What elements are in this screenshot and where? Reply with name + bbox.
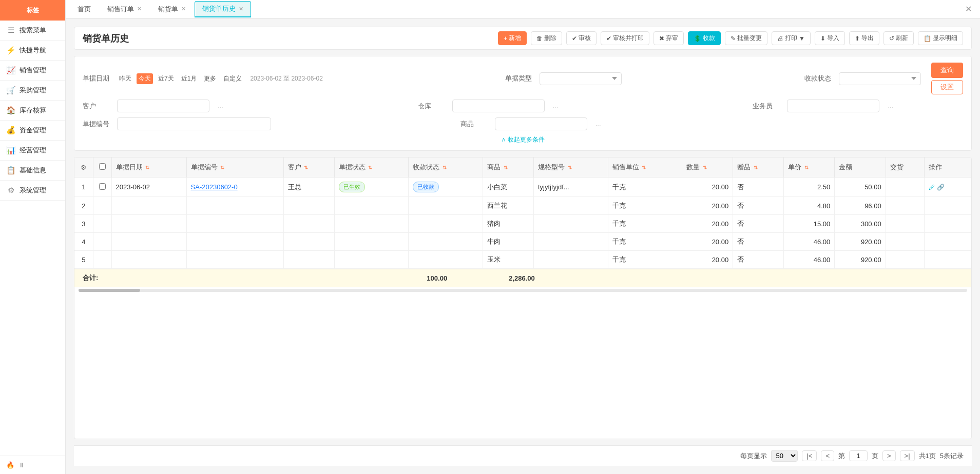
col-doc-no: 单据编号 ⇅ xyxy=(186,157,283,177)
col-spec-type-sort[interactable]: ⇅ xyxy=(568,165,572,170)
cell-unit-price: 46.00 xyxy=(784,251,835,269)
collect-button[interactable]: 💲 收款 xyxy=(688,31,721,45)
delete-button[interactable]: 🗑 删除 xyxy=(531,31,562,45)
product-label: 商品 xyxy=(460,120,489,129)
main-area: 首页 销售订单 ✕ 销货单 ✕ 销货单历史 ✕ ✕ 销货单历史 + 新增 xyxy=(66,0,980,474)
cell-doc-no[interactable]: SA-20230602-0 xyxy=(186,177,283,197)
col-doc-status-sort[interactable]: ⇅ xyxy=(368,165,372,170)
tab-sales-order-close[interactable]: ✕ xyxy=(137,6,142,12)
sidebar-item-purchase-mgmt[interactable]: 🛒 采购管理 xyxy=(0,81,65,101)
cell-amount: 920.00 xyxy=(835,251,886,269)
date-shortcuts: 昨天 今天 近7天 近1月 更多 自定义 2023-06-02 至 2023-0… xyxy=(117,73,323,84)
warehouse-input[interactable] xyxy=(452,100,545,112)
tab-sales-delivery-history-close[interactable]: ✕ xyxy=(239,6,243,12)
doc-no-link[interactable]: SA-20230602-0 xyxy=(191,183,238,191)
collapse-row[interactable]: ∧ 收起更多条件 xyxy=(83,135,963,144)
cell-sales-unit: 千克 xyxy=(608,215,682,233)
sidebar-item-search-menu[interactable]: ☰ 搜索菜单 xyxy=(0,21,65,41)
customer-input[interactable] xyxy=(117,100,209,112)
col-sales-unit-sort[interactable]: ⇅ xyxy=(642,165,646,170)
sidebar-item-quick-nav[interactable]: ⚡ 快捷导航 xyxy=(0,41,65,61)
tab-sales-order[interactable]: 销售订单 ✕ xyxy=(100,1,149,17)
operation-button[interactable]: 🖊 xyxy=(929,184,935,191)
col-date-sort[interactable]: ⇅ xyxy=(145,165,149,170)
show-detail-button[interactable]: 📋 显示明细 xyxy=(918,31,963,45)
audit-print-button[interactable]: ✔ 审核并打印 xyxy=(601,31,649,45)
first-page-button[interactable]: |< xyxy=(802,450,817,461)
last-page-button[interactable]: >| xyxy=(900,450,915,461)
col-checkbox[interactable] xyxy=(93,157,111,177)
page-size-select[interactable]: 20 50 100 200 xyxy=(771,450,798,462)
customer-dots[interactable]: ... xyxy=(216,101,225,111)
salesman-dots[interactable]: ... xyxy=(886,101,895,111)
tab-sales-delivery-close[interactable]: ✕ xyxy=(181,6,186,12)
add-button[interactable]: + 新增 xyxy=(498,31,527,45)
col-unit-price-sort[interactable]: ⇅ xyxy=(804,165,809,170)
sidebar-item-sales-mgmt[interactable]: 📈 销售管理 xyxy=(0,61,65,81)
tab-sales-delivery[interactable]: 销货单 ✕ xyxy=(150,1,194,17)
sidebar-item-basic-info[interactable]: 📋 基础信息 xyxy=(0,161,65,181)
scrollbar-thumb[interactable] xyxy=(79,289,140,292)
sidebar-bottom-icon1[interactable]: 🔥 xyxy=(6,461,14,469)
col-gift-sort[interactable]: ⇅ xyxy=(754,165,758,170)
batch-change-button[interactable]: ✎ 批量变更 xyxy=(725,31,767,45)
col-customer-sort[interactable]: ⇅ xyxy=(304,165,308,170)
abandon-button[interactable]: ✖ 弃审 xyxy=(654,31,684,45)
doc-no-input[interactable] xyxy=(117,117,271,130)
cell-sales-unit: 千克 xyxy=(608,177,682,197)
cell-doc-no[interactable] xyxy=(186,215,283,233)
col-doc-no-sort[interactable]: ⇅ xyxy=(220,165,224,170)
select-all-checkbox[interactable] xyxy=(99,163,106,170)
shortcut-7days[interactable]: 近7天 xyxy=(156,73,176,84)
salesman-input[interactable] xyxy=(787,100,879,112)
import-button[interactable]: ⬇ 导入 xyxy=(815,31,845,45)
cell-product: 西兰花 xyxy=(483,197,533,215)
sidebar-item-sys-mgmt[interactable]: ⚙ 系统管理 xyxy=(0,181,65,201)
cell-checkbox[interactable] xyxy=(93,197,111,215)
col-quantity-sort[interactable]: ⇅ xyxy=(703,165,707,170)
setting-button[interactable]: 设置 xyxy=(931,80,963,94)
tab-sales-delivery-history[interactable]: 销货单历史 ✕ xyxy=(195,1,251,17)
shortcut-today[interactable]: 今天 xyxy=(137,73,153,84)
col-gear[interactable]: ⚙ xyxy=(74,157,93,177)
finance-icon: 💰 xyxy=(6,126,15,135)
doc-type-select[interactable] xyxy=(540,72,622,85)
cell-checkbox[interactable] xyxy=(93,177,111,197)
product-dots[interactable]: ... xyxy=(593,119,603,129)
print-button[interactable]: 🖨 打印 ▼ xyxy=(772,31,811,45)
payment-status-select[interactable] xyxy=(839,72,921,85)
next-page-button[interactable]: > xyxy=(882,450,896,461)
cell-doc-no[interactable] xyxy=(186,197,283,215)
tab-home[interactable]: 首页 xyxy=(70,1,99,17)
prev-page-button[interactable]: < xyxy=(821,450,834,461)
product-input[interactable] xyxy=(495,117,587,130)
sidebar-bottom-icon2[interactable]: ⏸ xyxy=(18,461,25,469)
payment-status-label: 收款状态 xyxy=(804,74,833,83)
sidebar-item-finance[interactable]: 💰 资金管理 xyxy=(0,121,65,141)
row-checkbox[interactable] xyxy=(99,183,106,190)
cell-spec-type: tyjytjtyjdf... xyxy=(533,177,608,197)
cell-doc-no[interactable] xyxy=(186,233,283,251)
cell-doc-no[interactable] xyxy=(186,251,283,269)
cell-checkbox[interactable] xyxy=(93,215,111,233)
page-input[interactable] xyxy=(849,450,868,461)
audit-button[interactable]: ✔ 审核 xyxy=(566,31,597,45)
col-product-sort[interactable]: ⇅ xyxy=(504,165,508,170)
gear-icon[interactable]: ⚙ xyxy=(81,164,87,171)
col-payment-status-sort[interactable]: ⇅ xyxy=(443,165,447,170)
sidebar-item-inventory[interactable]: 🏠 库存核算 xyxy=(0,101,65,121)
shortcut-custom[interactable]: 自定义 xyxy=(221,73,244,84)
warehouse-dots[interactable]: ... xyxy=(551,101,561,111)
refresh-button[interactable]: ↺ 刷新 xyxy=(883,31,914,45)
horizontal-scrollbar[interactable] xyxy=(74,287,971,293)
export-button[interactable]: ⬆ 导出 xyxy=(849,31,879,45)
query-button[interactable]: 查询 xyxy=(931,63,963,78)
shortcut-more[interactable]: 更多 xyxy=(202,73,218,84)
operation-button[interactable]: 🔗 xyxy=(937,184,945,191)
cell-checkbox[interactable] xyxy=(93,233,111,251)
sidebar-item-ops[interactable]: 📊 经营管理 xyxy=(0,141,65,161)
cell-checkbox[interactable] xyxy=(93,251,111,269)
window-close-button[interactable]: ✕ xyxy=(961,4,976,14)
shortcut-1month[interactable]: 近1月 xyxy=(179,73,199,84)
shortcut-yesterday[interactable]: 昨天 xyxy=(117,73,133,84)
